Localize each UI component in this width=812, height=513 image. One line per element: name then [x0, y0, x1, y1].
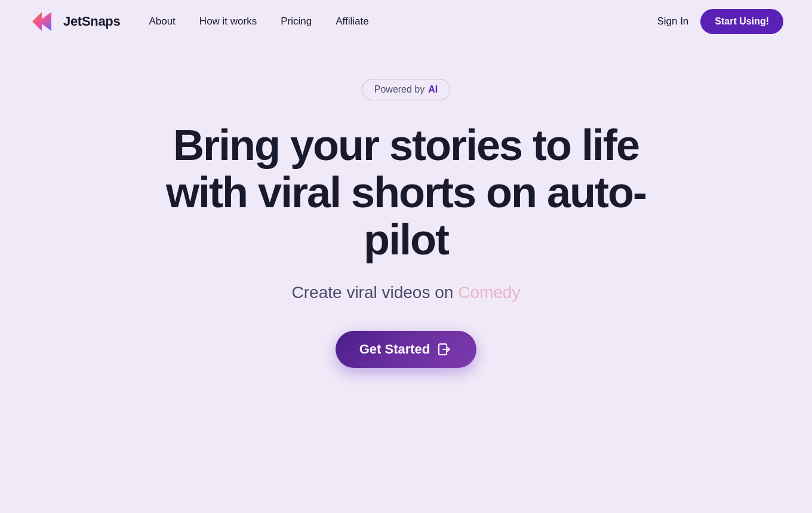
- animated-word: Comedy: [458, 283, 520, 302]
- svg-marker-0: [32, 12, 51, 31]
- nav-links: About How it works Pricing Affiliate: [149, 16, 368, 27]
- hero-section: Powered by AI Bring your stories to life…: [0, 43, 812, 368]
- ai-highlight: AI: [428, 84, 438, 95]
- brand-name: JetSnaps: [63, 14, 120, 29]
- sub-prefix: Create viral videos on: [292, 283, 454, 302]
- hero-subtext: Create viral videos on Comedy: [292, 283, 521, 302]
- nav-right: Sign In Start Using!: [657, 9, 783, 34]
- logo-icon: [29, 7, 57, 36]
- sign-in-button[interactable]: Sign In: [657, 16, 688, 27]
- get-started-label: Get Started: [359, 342, 430, 357]
- logo-link[interactable]: JetSnaps: [29, 7, 120, 36]
- arrow-right-icon: [437, 342, 453, 357]
- nav-affiliate[interactable]: Affiliate: [336, 16, 368, 27]
- powered-by-text: Powered by: [374, 84, 425, 95]
- headline-line2: with viral shorts on auto-pilot: [166, 168, 646, 263]
- powered-badge: Powered by AI: [362, 79, 451, 100]
- nav-about[interactable]: About: [149, 16, 175, 27]
- start-using-button[interactable]: Start Using!: [700, 9, 783, 34]
- nav-how-it-works[interactable]: How it works: [199, 16, 257, 27]
- headline-line1: Bring your stories to life: [173, 121, 639, 169]
- get-started-button[interactable]: Get Started: [336, 331, 477, 368]
- hero-headline: Bring your stories to life with viral sh…: [137, 122, 675, 264]
- nav-left: JetSnaps About How it works Pricing Affi…: [29, 7, 369, 36]
- navbar: JetSnaps About How it works Pricing Affi…: [0, 0, 812, 43]
- nav-pricing[interactable]: Pricing: [281, 16, 312, 27]
